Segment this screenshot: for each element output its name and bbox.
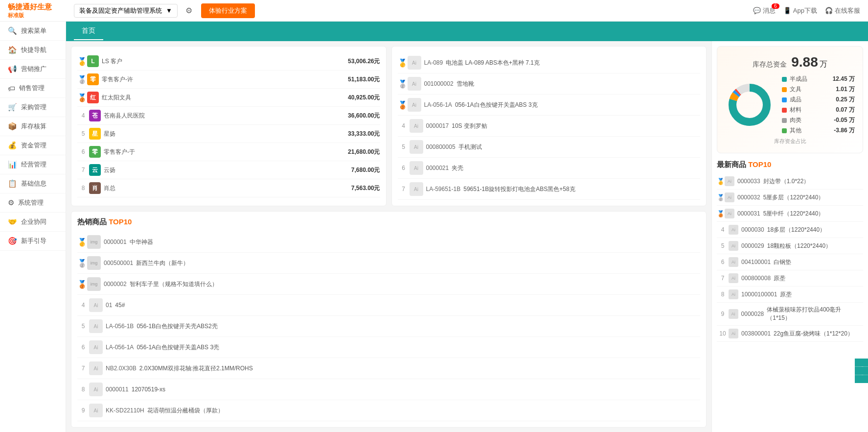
inventory-icon: 📦: [8, 122, 17, 131]
legend-item: 成品 0.25 万: [782, 95, 855, 105]
middle-section: 🥇 L LS 客户 53,006.26元 🥈 零 零售客户-许 51,183.0…: [66, 41, 711, 432]
sales-icon: 🏷: [8, 84, 15, 93]
newest-img: Ai: [729, 273, 738, 283]
topbar: 畅捷通好生意 标准版 装备及固定资产辅助管理系统 ▼ ⚙ 体验行业方案 💬 消息…: [0, 0, 868, 22]
sidebar-item-basic-label: 基础信息: [21, 179, 46, 188]
hot-product-item: 🥉 img 0000002 智利车子里（规格不知道填什么）: [77, 274, 700, 295]
product-img: Ai: [410, 182, 423, 196]
product-img: Ai: [89, 361, 103, 375]
app-download-btn[interactable]: 📱 App下载: [783, 6, 817, 15]
trial-button[interactable]: 体验行业方案: [201, 3, 255, 18]
topbar-right: 💬 消息 6 📱 App下载 🎧 在线客服: [753, 6, 860, 15]
newest-img: Ai: [729, 241, 738, 251]
sidebar-item-guide[interactable]: 🎯 新手引导: [0, 232, 66, 251]
hot-product-right-item: 🥈 Ai 001000002 雪地靴: [398, 73, 701, 95]
sidebar-item-operation[interactable]: 📊 经营管理: [0, 155, 66, 174]
online-service-btn[interactable]: 🎧 在线客服: [825, 6, 860, 15]
float-btn[interactable]: 客服热线: [855, 359, 868, 367]
medal-icon: 🥈: [77, 75, 87, 84]
legend-dot: [782, 97, 787, 102]
sidebar-item-quick[interactable]: 🏠 快捷导航: [0, 41, 66, 60]
legend-item: 其他 -3.86 万: [782, 125, 855, 136]
hot-products-right-list: 🥇 Ai LA-089 电池盖 LA-089 ABS本色+黑种 7.1克 🥈 A…: [398, 52, 701, 200]
customer-name: 云扬: [104, 166, 351, 174]
legend-label-text: 文具: [790, 85, 801, 94]
operation-icon: 📊: [8, 160, 17, 169]
float-btn[interactable]: 服务社区: [855, 367, 868, 375]
rank-number: 5: [398, 144, 410, 150]
legend-value: -3.86 万: [834, 126, 855, 135]
sidebar-item-guide-label: 新手引导: [21, 237, 46, 245]
product-img: Ai: [408, 98, 421, 112]
hot-product-item: 9 Ai KK-SD22110H 花语萌恒温分蘸桶袋（厚款）: [77, 400, 700, 421]
product-img: Ai: [410, 140, 423, 154]
nav-home[interactable]: 首页: [74, 23, 103, 40]
newest-name: 22g鱼豆腐-烧烤味（1*12*20）: [774, 330, 853, 338]
phone-icon: 📱: [783, 7, 791, 14]
legend-value: 12.45 万: [833, 75, 855, 83]
sidebar-item-inventory[interactable]: 📦 库存核算: [0, 117, 66, 136]
message-btn[interactable]: 💬 消息 6: [753, 6, 776, 15]
rank-number: 9: [77, 407, 89, 414]
product-code: KK-SD22110H: [106, 407, 144, 414]
rank-number: 7: [77, 365, 89, 372]
customer-name: 苍南县人民医院: [104, 112, 348, 120]
sidebar-item-finance[interactable]: 💰 资金管理: [0, 136, 66, 155]
product-name: 中华神器: [130, 238, 700, 246]
legend-item: 材料 0.07 万: [782, 105, 855, 115]
product-img: img: [87, 256, 101, 270]
sidebar-item-search[interactable]: 🔍 搜索菜单: [0, 22, 66, 41]
newest-name: 原垄: [774, 274, 785, 283]
customer-avatar: 云: [89, 164, 101, 176]
legend-label: 其他: [782, 126, 834, 135]
newest-code: 003800001: [741, 330, 771, 337]
sidebar-item-purchase[interactable]: 🛒 采购管理: [0, 98, 66, 117]
medal-icon: 🥇: [717, 178, 725, 185]
gear-button[interactable]: ⚙: [182, 3, 196, 18]
inventory-unit: 万: [820, 60, 827, 68]
product-code: LA-056-1B: [106, 323, 134, 330]
hot-product-right-item: 7 Ai LA-59651-1B 59651-1B旋转投影灯电池盒ABS黑色+5…: [398, 179, 701, 200]
chart-subtitle: 库存资金占比: [725, 138, 855, 145]
customer-avatar: 零: [89, 146, 101, 158]
product-code: 0000001: [104, 239, 127, 245]
sidebar-item-finance-label: 资金管理: [21, 141, 46, 150]
app-logo: 畅捷通好生意 标准版: [8, 2, 74, 19]
newest-code: 10000100001: [741, 291, 777, 298]
float-btn[interactable]: 直播: [855, 375, 868, 383]
inventory-label-text: 库存总资金: [753, 60, 787, 68]
headset-icon: 🎧: [825, 7, 833, 14]
sidebar-item-system[interactable]: ⚙ 系统管理: [0, 193, 66, 213]
product-img: Ai: [89, 340, 103, 354]
customer-avatar: 星: [89, 128, 101, 140]
newest-products-list: 🥇 Ai 0000033 封边带（1.0*22） 🥈 Ai 0000032 5厘…: [717, 173, 863, 342]
sidebar-item-marketing[interactable]: 📢 营销推广: [0, 60, 66, 79]
sidebar-item-basic[interactable]: 📋 基础信息: [0, 174, 66, 193]
right-section: 库存总资金 9.88 万: [711, 41, 868, 432]
legend-label: 成品: [782, 96, 836, 104]
product-name: 手机测试: [458, 143, 700, 151]
system-selector[interactable]: 装备及固定资产辅助管理系统 ▼: [74, 4, 178, 18]
product-code: 0000002: [104, 281, 127, 288]
sidebar-item-corp[interactable]: 🤝 企业协同: [0, 213, 66, 232]
hot-product-item: 8 Ai 0000011 12070519-xs: [77, 379, 700, 400]
hot-product-item: 7 Ai NB2.0X30B 2.0X30MM双排花轴:推花直径2.1MM/RO…: [77, 358, 700, 379]
newest-name: 白钢垫: [774, 258, 791, 266]
newest-img: Ai: [725, 176, 734, 186]
product-name: 2.0X30MM双排花轴:推花直径2.1MM/ROHS: [139, 364, 700, 373]
sidebar-item-sales[interactable]: 🏷 销售管理: [0, 79, 66, 98]
hot-product-right-item: 5 Ai 000800005 手机测试: [398, 137, 701, 158]
newest-product-item: 6 Ai 004100001 白钢垫: [717, 254, 863, 270]
sidebar-item-quick-label: 快捷导航: [21, 46, 46, 54]
legend-dot: [782, 108, 787, 113]
sidebar-item-corp-label: 企业协同: [21, 217, 46, 226]
donut-chart: [725, 80, 774, 129]
sidebar-item-sales-label: 销售管理: [19, 84, 45, 93]
rank-number: 6: [398, 165, 410, 171]
rank-number: 5: [717, 242, 729, 249]
sidebar-item-operation-label: 经营管理: [21, 160, 46, 169]
float-buttons: 客服热线服务社区直播: [855, 359, 868, 383]
legend-label-text: 其他: [790, 126, 801, 135]
page-nav: 首页: [66, 22, 868, 41]
inventory-card: 库存总资金 9.88 万: [717, 46, 863, 153]
